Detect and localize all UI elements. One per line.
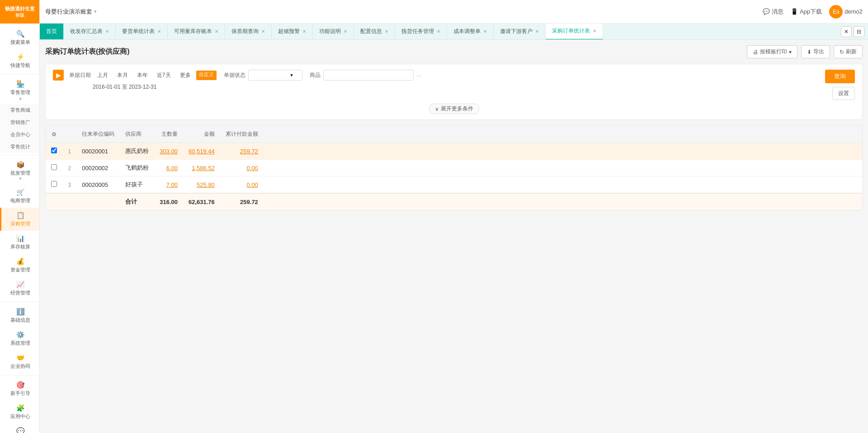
sidebar-item-basic[interactable]: ℹ️ 基础信息 — [0, 304, 39, 327]
close-tab-button[interactable]: ✕ — [841, 26, 852, 37]
row-amount[interactable]: 525.80 — [183, 176, 220, 194]
tab-close-icon[interactable]: ✕ — [483, 29, 487, 34]
row-checkbox[interactable] — [46, 160, 62, 176]
row-paid[interactable]: 259.72 — [220, 143, 264, 160]
account-title: 母婴行业演示账套 — [45, 8, 92, 16]
row-paid[interactable]: 0.00 — [220, 160, 264, 176]
row-qty[interactable]: 303.00 — [154, 143, 183, 160]
goods-input[interactable] — [323, 70, 414, 81]
tab-shoufa[interactable]: 收发存汇总表 ✕ — [64, 24, 116, 40]
sidebar-item-ops[interactable]: 📈 经营管理 — [0, 277, 39, 300]
custom-date-tag[interactable]: 自定义 — [196, 71, 217, 80]
sidebar-item-ecom[interactable]: 🛒 电商管理 — [0, 185, 39, 208]
expand-tabs-button[interactable]: ⊟ — [854, 26, 864, 37]
refresh-button[interactable]: ↻ 刷新 — [834, 45, 863, 58]
print-button[interactable]: 🖨 按模板打印 ▾ — [747, 45, 797, 58]
sidebar-item-search[interactable]: 🔍 搜索菜单 — [0, 26, 39, 49]
row-qty[interactable]: 6.00 — [154, 160, 183, 176]
tab-gongneng[interactable]: 功能说明 ✕ — [313, 24, 354, 40]
row-checkbox[interactable] — [46, 143, 62, 160]
tab-home[interactable]: 首页 — [40, 24, 64, 40]
sidebar-item-stock[interactable]: 📊 库存核算 — [0, 231, 39, 254]
row-amount[interactable]: 60,519.44 — [183, 143, 220, 160]
sidebar-item-wechat[interactable]: 💬 企业微信 — [0, 423, 39, 433]
tab-close-icon[interactable]: ✕ — [215, 29, 218, 34]
table-header-row: ⚙ 往来单位编码 供应商 主数量 金额 累计付款金额 — [46, 126, 862, 143]
sidebar-item-member[interactable]: 会员中心 — [0, 128, 39, 141]
user-menu[interactable]: Ea demo2 — [829, 5, 863, 19]
expand-more-button[interactable]: ∨ 展开更多条件 — [429, 104, 479, 114]
row-checkbox[interactable] — [46, 176, 62, 194]
account-selector[interactable]: 母婴行业演示账套 ▾ — [45, 8, 97, 16]
filter-right-buttons: 查询 设置 — [825, 70, 855, 100]
filter-more-icon[interactable]: ··· — [416, 72, 421, 79]
shortcut-more[interactable]: 更多 — [176, 71, 194, 80]
tab-kuyun[interactable]: 可用量库存账本 ✕ — [168, 24, 225, 40]
shortcut-7days[interactable]: 近7天 — [153, 71, 175, 80]
chevron-down-icon: ▾ — [789, 49, 792, 55]
export-button[interactable]: ⬇ 导出 — [801, 45, 830, 58]
row-amount[interactable]: 1,586.52 — [183, 160, 220, 176]
tab-chaochu[interactable]: 超储预警 ✕ — [272, 24, 313, 40]
sidebar-item-retail-stat[interactable]: 零售统计 — [0, 141, 39, 153]
tab-label: 采购订单统计表 — [552, 27, 590, 35]
sidebar-item-label: 资金管理 — [10, 266, 30, 273]
tab-peizhi[interactable]: 配置信息 ✕ — [354, 24, 395, 40]
row-number: 3 — [62, 176, 76, 194]
message-button[interactable]: 💬 消息 — [763, 8, 783, 16]
sidebar-item-apps[interactable]: 🧩 应用中心 — [0, 400, 39, 423]
sidebar-item-nav[interactable]: ⚡ 快捷导航 — [0, 49, 39, 72]
tab-caigou[interactable]: 采购订单统计表 ✕ — [546, 24, 603, 40]
sidebar-item-retail[interactable]: 🏪 零售管理 ▲ — [0, 76, 39, 104]
tab-close-icon[interactable]: ✕ — [437, 29, 440, 34]
tab-label: 要货单统计表 — [122, 28, 155, 35]
settings-button[interactable]: 设置 — [832, 87, 855, 100]
batch-icon: 📦 — [16, 161, 25, 169]
col-settings[interactable]: ⚙ — [46, 126, 62, 143]
tab-close-icon[interactable]: ✕ — [344, 29, 347, 34]
footer-label: 合计 — [120, 193, 154, 210]
tab-close-icon[interactable]: ✕ — [535, 29, 539, 34]
tab-close-icon[interactable]: ✕ — [261, 29, 265, 34]
tab-yaoqing[interactable]: 邀请下游客户 ✕ — [494, 24, 546, 40]
shortcut-this-month[interactable]: 本月 — [113, 71, 132, 80]
table-row[interactable]: 2 00020002 飞鹤奶粉 6.00 1,586.52 0.00 — [46, 160, 862, 176]
tab-close-icon[interactable]: ✕ — [385, 29, 388, 34]
apps-icon: 🧩 — [16, 404, 25, 412]
status-select[interactable]: ▾ — [248, 70, 302, 81]
query-button[interactable]: 查询 — [825, 70, 855, 83]
tab-close-icon[interactable]: ✕ — [105, 29, 109, 34]
footer-empty4 — [264, 193, 862, 210]
sidebar-item-purchase[interactable]: 📋 采购管理 — [0, 208, 39, 231]
sidebar-item-marketing[interactable]: 营销推广 — [0, 116, 39, 128]
sidebar-item-label: 经营管理 — [10, 290, 30, 296]
tabbar: 首页 收发存汇总表 ✕ 要货单统计表 ✕ 可用量库存账本 ✕ 保质期查询 ✕ 超… — [40, 24, 868, 40]
tab-baozhiqi[interactable]: 保质期查询 ✕ — [225, 24, 272, 40]
sidebar-item-newbie[interactable]: 🎯 新手引导 — [0, 377, 39, 400]
sidebar-item-corp[interactable]: 🤝 企业协同 — [0, 350, 39, 373]
tab-close-icon[interactable]: ✕ — [302, 29, 306, 34]
tab-chengben[interactable]: 成本调整单 ✕ — [447, 24, 494, 40]
sidebar-item-finance[interactable]: 💰 资金管理 — [0, 254, 39, 277]
sidebar-item-label: 新手引导 — [10, 390, 30, 397]
row-code: 00020001 — [76, 143, 120, 160]
shortcut-last-month[interactable]: 上月 — [94, 71, 112, 80]
table-row[interactable]: 3 00020005 好孩子 7.00 525.80 0.00 — [46, 176, 862, 194]
col-supplier: 供应商 — [120, 126, 154, 143]
divider — [0, 302, 39, 302]
row-paid[interactable]: 0.00 — [220, 176, 264, 194]
row-qty[interactable]: 7.00 — [154, 176, 183, 194]
sidebar-item-batch[interactable]: 📦 批发管理 ▼ — [0, 157, 39, 185]
sidebar-item-label: 零售管理 — [10, 89, 30, 96]
tab-zhuohuo[interactable]: 拣货任务管理 ✕ — [395, 24, 447, 40]
sidebar-item-label: 基础信息 — [10, 317, 30, 324]
tab-close-icon[interactable]: ✕ — [157, 29, 161, 34]
sidebar-item-system[interactable]: ⚙️ 系统管理 — [0, 327, 39, 350]
shortcut-this-year[interactable]: 本年 — [133, 71, 151, 80]
filter-toggle-button[interactable]: ▶ — [53, 70, 64, 81]
tab-yaohuo[interactable]: 要货单统计表 ✕ — [116, 24, 168, 40]
tab-close-icon[interactable]: ✕ — [593, 29, 596, 33]
app-download-button[interactable]: 📱 App下载 — [791, 8, 822, 16]
sidebar-item-retail-shop[interactable]: 零售商城 — [0, 104, 39, 116]
table-row[interactable]: 1 00020001 惠氏奶粉 303.00 60,519.44 259.72 — [46, 143, 862, 160]
